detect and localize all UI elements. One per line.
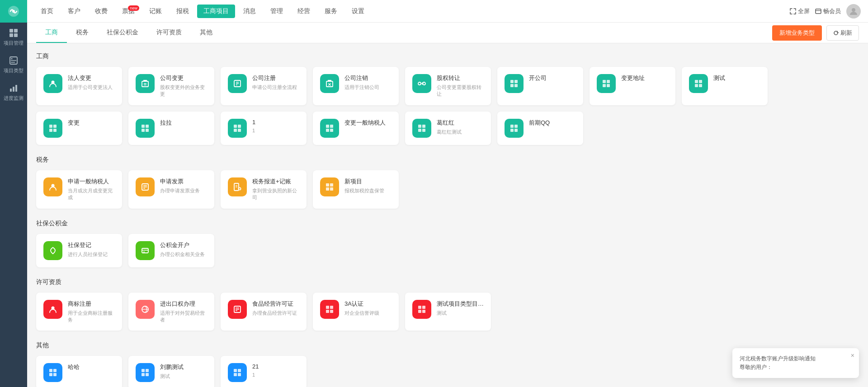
- card-content-change: 变更: [68, 119, 115, 129]
- nav-bizproject[interactable]: 工商项目: [197, 5, 235, 18]
- sidebar-item-project-manage[interactable]: 项目管理: [0, 23, 27, 50]
- tab-other[interactable]: 其他: [191, 23, 222, 43]
- card-company-change[interactable]: 公司变更 股权变更外的业务变更: [128, 67, 214, 105]
- card-title-company-change: 公司变更: [160, 74, 207, 82]
- svg-rect-34: [607, 80, 610, 83]
- card-apply-invoice[interactable]: 申请发票 办理申请发票业务: [128, 170, 214, 209]
- svg-rect-44: [53, 129, 57, 132]
- user-avatar[interactable]: [846, 4, 861, 19]
- card-fund-account[interactable]: 公积金开户 办理公积金相关业务: [128, 234, 214, 267]
- member-btn[interactable]: 畅会员: [815, 7, 841, 15]
- card-content-lala: 拉拉: [160, 119, 207, 129]
- card-open-company[interactable]: 开公司: [497, 67, 583, 105]
- card-content-change-address: 变更地址: [621, 74, 668, 84]
- svg-rect-53: [326, 125, 329, 128]
- card-haha[interactable]: 哈哈: [36, 356, 122, 387]
- card-test[interactable]: 测试: [682, 67, 768, 105]
- tab-gongshang[interactable]: 工商: [36, 23, 67, 43]
- card-icon-apply-taxpayer: [43, 177, 62, 196]
- card-content-3a-cert: 3A认证 对企业信誉评级: [344, 300, 392, 317]
- svg-rect-105: [146, 373, 149, 376]
- nav-customer[interactable]: 客户: [61, 5, 87, 18]
- card-tax-report[interactable]: 税务报道+记账 拿到营业执照的新公司: [221, 170, 307, 209]
- cards-grid-shebao: 社保登记 进行人员社保登记 公积金开户 办理公积金相关业务: [36, 234, 859, 267]
- card-3a-cert[interactable]: 3A认证 对企业信誉评级: [313, 293, 399, 331]
- card-icon-fund-account: [136, 241, 155, 260]
- card-icon-food-permit: [228, 300, 247, 319]
- sidebar-logo[interactable]: [0, 0, 27, 23]
- card-title-one: 1: [252, 119, 299, 126]
- nav-settings[interactable]: 设置: [345, 5, 371, 18]
- card-desc-3a-cert: 对企业信誉评级: [344, 310, 392, 317]
- content-area: 工商 税务 社保公积金 许可资质 其他 新增业务类型 刷新 工商: [27, 23, 868, 387]
- svg-rect-37: [695, 80, 698, 83]
- card-equity-transfer[interactable]: 股权转让 公司变更需要股权转让: [405, 67, 491, 105]
- nav-tax[interactable]: 报税: [170, 5, 195, 18]
- card-lala[interactable]: 拉拉: [128, 112, 214, 145]
- card-title-apply-invoice: 申请发票: [160, 177, 207, 186]
- card-title-qianqiqq: 前期QQ: [529, 119, 576, 127]
- card-trademark[interactable]: 商标注册 用于企业商标注册服务: [36, 293, 122, 331]
- svg-rect-46: [146, 125, 149, 128]
- card-company-register[interactable]: 公司注册 申请公司注册全流程: [221, 67, 307, 105]
- card-desc-trademark: 用于企业商标注册服务: [68, 310, 115, 324]
- fullscreen-btn[interactable]: 全屏: [790, 7, 810, 15]
- nav-billing[interactable]: 收费: [89, 5, 114, 18]
- card-food-permit[interactable]: 食品经营许可证 办理食品经营许可证: [221, 293, 307, 331]
- card-icon-company-cancel: [320, 74, 339, 93]
- member-icon: [815, 8, 821, 14]
- nav-message[interactable]: 消息: [237, 5, 262, 18]
- card-company-cancel[interactable]: 公司注销 适用于注销公司: [313, 67, 399, 105]
- svg-rect-62: [514, 125, 518, 128]
- card-legal-change[interactable]: 法人变更 适用于公司变更法人: [36, 67, 122, 105]
- svg-rect-33: [603, 80, 606, 83]
- nav-operation[interactable]: 经营: [291, 5, 316, 18]
- card-twenty-one[interactable]: 21 1: [221, 356, 307, 387]
- tab-xuke[interactable]: 许可资质: [147, 23, 191, 43]
- card-apply-taxpayer[interactable]: 申请一般纳税人 当月或次月成变更完成: [36, 170, 122, 209]
- nav-home[interactable]: 首页: [34, 5, 60, 18]
- page-scroll[interactable]: 工商 法人变更 适用于公司变更法人 公司变更: [27, 43, 868, 387]
- section-title-gongshang: 工商: [36, 52, 859, 61]
- card-icon-company-register: [228, 74, 247, 93]
- svg-rect-94: [418, 306, 421, 309]
- card-desc-one: 1: [252, 127, 299, 134]
- notification-close-button[interactable]: ×: [851, 352, 854, 359]
- nav-manage[interactable]: 管理: [264, 5, 289, 18]
- section-title-shuiwu: 税务: [36, 156, 859, 164]
- card-content-mohonghong: 葛红红 葛红红测试: [437, 119, 484, 135]
- card-icon-test: [689, 74, 708, 93]
- svg-rect-76: [326, 183, 329, 187]
- svg-rect-2: [9, 29, 13, 33]
- card-import-export[interactable]: 进出口权办理 适用于对外贸易经营者: [128, 293, 214, 331]
- svg-rect-60: [422, 129, 425, 132]
- chart-icon: [9, 83, 19, 93]
- tab-shebao[interactable]: 社保公积金: [98, 23, 147, 43]
- card-social-register[interactable]: 社保登记 进行人员社保登记: [36, 234, 122, 267]
- refresh-button[interactable]: 刷新: [826, 25, 859, 41]
- tab-shuiwu[interactable]: 税务: [67, 23, 98, 43]
- card-title-equity-transfer: 股权转让: [437, 74, 484, 82]
- avatar-icon: [849, 7, 858, 16]
- sidebar-item-project-type[interactable]: 项目类型: [0, 50, 27, 78]
- nav-account[interactable]: 记账: [143, 5, 168, 18]
- card-change[interactable]: 变更: [36, 112, 122, 145]
- card-title-legal-change: 法人变更: [68, 74, 115, 82]
- card-liupeng-test[interactable]: 刘鹏测试 测试: [128, 356, 214, 387]
- card-desc-legal-change: 适用于公司变更法人: [68, 84, 115, 91]
- sidebar-item-progress-monitor[interactable]: 进度监测: [0, 78, 27, 105]
- nav-service[interactable]: 服务: [318, 5, 344, 18]
- svg-rect-39: [695, 84, 698, 87]
- card-one[interactable]: 1 1: [221, 112, 307, 145]
- card-change-taxpayer[interactable]: 变更一般纳税人: [313, 112, 399, 145]
- card-new-project[interactable]: 新项目 报税加税控盘保管: [313, 170, 399, 209]
- nav-ticket[interactable]: 票据 new: [116, 5, 141, 18]
- card-qianqiqq[interactable]: 前期QQ: [497, 112, 583, 145]
- card-test-type[interactable]: 测试项目类型目定义 测试: [405, 293, 491, 331]
- new-business-type-button[interactable]: 新增业务类型: [772, 25, 822, 41]
- svg-point-1: [12, 10, 15, 13]
- card-change-address[interactable]: 变更地址: [590, 67, 675, 105]
- card-content-new-project: 新项目 报税加税控盘保管: [344, 177, 392, 194]
- card-mohonghong[interactable]: 葛红红 葛红红测试: [405, 112, 491, 145]
- card-content-liupeng-test: 刘鹏测试 测试: [160, 363, 207, 380]
